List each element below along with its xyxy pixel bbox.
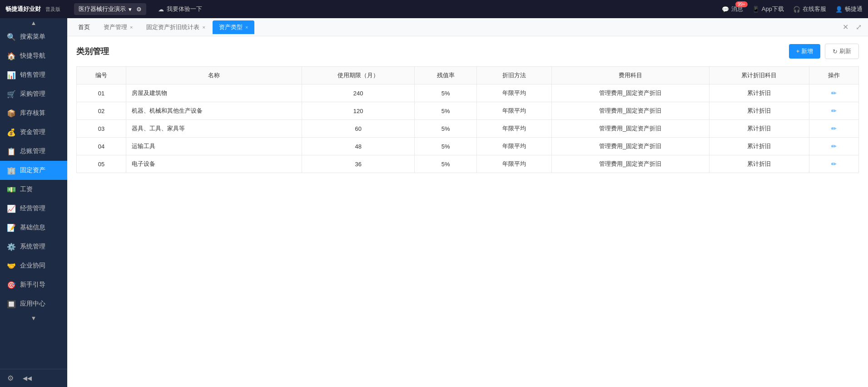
sidebar-item-system[interactable]: ⚙️ 系统管理 bbox=[0, 237, 67, 256]
guide-icon: 🎯 bbox=[7, 281, 15, 289]
cell-action[interactable]: ✏ bbox=[809, 84, 858, 102]
try-button[interactable]: ☁ 我要体验一下 bbox=[158, 5, 202, 13]
cloud-icon: ☁ bbox=[158, 6, 164, 13]
cell-name: 房屋及建筑物 bbox=[126, 84, 302, 102]
message-button[interactable]: 💬 消息 99+ bbox=[722, 5, 743, 13]
sidebar-item-app-center[interactable]: 🔲 应用中心 bbox=[0, 294, 67, 313]
sidebar-item-salary[interactable]: 💵 工资 bbox=[0, 180, 67, 199]
tab-depreciation[interactable]: 固定资产折旧统计表 × bbox=[140, 20, 211, 34]
sidebar-item-ledger[interactable]: 📋 总账管理 bbox=[0, 142, 67, 161]
sidebar-item-guide[interactable]: 🎯 新手引导 bbox=[0, 275, 67, 294]
cell-action[interactable]: ✏ bbox=[809, 102, 858, 120]
customer-service-button[interactable]: 🎧 在线客服 bbox=[793, 5, 826, 13]
cell-name: 器具、工具、家具等 bbox=[126, 120, 302, 138]
cell-residual: 5% bbox=[415, 102, 477, 120]
sidebar-item-enterprise[interactable]: 🤝 企业协同 bbox=[0, 256, 67, 275]
table-row: 01房屋及建筑物2405%年限平均管理费用_固定资产折旧累计折旧✏ bbox=[77, 84, 859, 102]
try-label: 我要体验一下 bbox=[167, 5, 202, 13]
sales-icon: 📊 bbox=[7, 71, 15, 79]
cell-name: 机器、机械和其他生产设备 bbox=[126, 102, 302, 120]
table-row: 05电子设备365%年限平均管理费用_固定资产折旧累计折旧✏ bbox=[77, 155, 859, 173]
tab-depreciation-close[interactable]: × bbox=[202, 25, 205, 30]
cell-accumulated_subject[interactable]: 累计折旧 bbox=[709, 138, 809, 155]
sidebar-bottom: ⚙ ◀◀ bbox=[0, 369, 67, 387]
sidebar-scroll-up[interactable]: ▲ bbox=[0, 18, 67, 27]
cell-code[interactable]: 03 bbox=[77, 120, 126, 138]
industry-label: 医疗器械行业演示 bbox=[79, 5, 126, 13]
sidebar-item-basic-info[interactable]: 📝 基础信息 bbox=[0, 218, 67, 237]
industry-selector[interactable]: 医疗器械行业演示 ▾ ⚙ bbox=[74, 3, 146, 15]
download-icon: 📱 bbox=[752, 6, 759, 13]
salary-icon: 💵 bbox=[7, 185, 15, 194]
sidebar-item-operations[interactable]: 📈 经营管理 bbox=[0, 199, 67, 218]
cell-period: 48 bbox=[302, 138, 415, 155]
new-button[interactable]: + 新增 bbox=[789, 44, 820, 59]
cell-accumulated_subject[interactable]: 累计折旧 bbox=[709, 102, 809, 120]
cell-code[interactable]: 04 bbox=[77, 138, 126, 155]
home-icon: 🏠 bbox=[7, 52, 15, 60]
tab-asset-mgmt-close[interactable]: × bbox=[130, 25, 133, 30]
sidebar-item-inventory[interactable]: 📦 库存核算 bbox=[0, 104, 67, 123]
cell-period: 36 bbox=[302, 155, 415, 173]
cell-accumulated_subject[interactable]: 累计折旧 bbox=[709, 155, 809, 173]
collapse-icon[interactable]: ◀◀ bbox=[23, 375, 32, 382]
edit-icon[interactable]: ✏ bbox=[831, 125, 837, 132]
cell-method: 年限平均 bbox=[477, 120, 552, 138]
category-table: 编号 名称 使用期限（月） 残值率 折旧方法 费用科目 累计折旧科目 操作 01… bbox=[76, 66, 859, 173]
main-layout: ▲ 🔍 搜索菜单 🏠 快捷导航 📊 销售管理 🛒 采购管理 📦 库存核算 💰 资… bbox=[0, 18, 868, 387]
app-download-button[interactable]: 📱 App下载 bbox=[752, 5, 784, 13]
edit-icon[interactable]: ✏ bbox=[831, 89, 837, 97]
cell-expense_subject: 管理费用_固定资产折旧 bbox=[551, 155, 709, 173]
tab-home[interactable]: 首页 bbox=[72, 20, 96, 34]
service-icon: 🎧 bbox=[793, 6, 800, 13]
sidebar-item-label: 快捷导航 bbox=[20, 52, 45, 60]
capital-icon: 💰 bbox=[7, 128, 15, 136]
sidebar-item-quick-nav[interactable]: 🏠 快捷导航 bbox=[0, 46, 67, 65]
sidebar-item-label: 企业协同 bbox=[20, 262, 45, 270]
sidebar-item-label: 销售管理 bbox=[20, 71, 45, 79]
sidebar-item-label: 系统管理 bbox=[20, 243, 45, 251]
tab-asset-mgmt-label: 资产管理 bbox=[104, 23, 127, 31]
sidebar-item-purchase[interactable]: 🛒 采购管理 bbox=[0, 84, 67, 104]
cell-code[interactable]: 02 bbox=[77, 102, 126, 120]
top-bar: 畅捷通好业财 普及版 医疗器械行业演示 ▾ ⚙ ☁ 我要体验一下 💬 消息 99… bbox=[0, 0, 868, 18]
sidebar-item-label: 资金管理 bbox=[20, 128, 45, 136]
col-header-name: 名称 bbox=[126, 67, 302, 84]
settings-icon[interactable]: ⚙ bbox=[136, 6, 142, 13]
table-row: 04运输工具485%年限平均管理费用_固定资产折旧累计折旧✏ bbox=[77, 138, 859, 155]
sidebar: ▲ 🔍 搜索菜单 🏠 快捷导航 📊 销售管理 🛒 采购管理 📦 库存核算 💰 资… bbox=[0, 18, 67, 387]
chevron-down-icon: ▾ bbox=[129, 6, 132, 13]
edit-icon[interactable]: ✏ bbox=[831, 143, 837, 150]
sidebar-item-search[interactable]: 🔍 搜索菜单 bbox=[0, 27, 67, 46]
inventory-icon: 📦 bbox=[7, 109, 15, 117]
sidebar-item-capital[interactable]: 💰 资金管理 bbox=[0, 123, 67, 142]
cell-action[interactable]: ✏ bbox=[809, 155, 858, 173]
tab-depreciation-label: 固定资产折旧统计表 bbox=[146, 23, 199, 31]
sidebar-scroll-down[interactable]: ▼ bbox=[0, 313, 67, 322]
cell-accumulated_subject[interactable]: 累计折旧 bbox=[709, 84, 809, 102]
expand-tab-button[interactable]: ⤢ bbox=[854, 22, 863, 32]
cell-code[interactable]: 05 bbox=[77, 155, 126, 173]
cell-action[interactable]: ✏ bbox=[809, 138, 858, 155]
message-badge: 99+ bbox=[735, 1, 748, 7]
user-profile-button[interactable]: 👤 畅捷通 bbox=[835, 5, 863, 13]
cell-accumulated_subject[interactable]: 累计折旧 bbox=[709, 120, 809, 138]
sidebar-item-label: 总账管理 bbox=[20, 147, 45, 155]
basic-info-icon: 📝 bbox=[7, 223, 15, 232]
sidebar-item-label: 固定资产 bbox=[20, 166, 45, 174]
tab-asset-type[interactable]: 资产类型 × bbox=[213, 20, 254, 34]
cell-action[interactable]: ✏ bbox=[809, 120, 858, 138]
cell-residual: 5% bbox=[415, 138, 477, 155]
refresh-button[interactable]: ↻ 刷新 bbox=[825, 44, 859, 59]
edit-icon[interactable]: ✏ bbox=[831, 160, 837, 168]
sidebar-item-fixed-assets[interactable]: 🏢 固定资产 bbox=[0, 161, 67, 180]
edit-icon[interactable]: ✏ bbox=[831, 107, 837, 114]
cell-period: 240 bbox=[302, 84, 415, 102]
tab-asset-mgmt[interactable]: 资产管理 × bbox=[97, 20, 139, 34]
settings-bottom-icon[interactable]: ⚙ bbox=[7, 374, 14, 382]
tab-asset-type-close[interactable]: × bbox=[245, 25, 248, 30]
close-tab-button[interactable]: ✕ bbox=[841, 22, 850, 32]
cell-code[interactable]: 01 bbox=[77, 84, 126, 102]
sidebar-item-sales[interactable]: 📊 销售管理 bbox=[0, 65, 67, 84]
cell-name: 电子设备 bbox=[126, 155, 302, 173]
